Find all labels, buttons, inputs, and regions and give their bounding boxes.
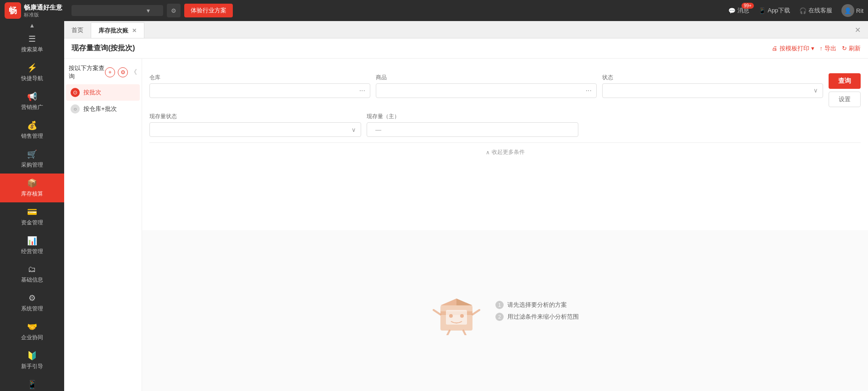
sidebar-item-label: 快捷导航 [21,75,43,82]
sidebar-item-marketing[interactable]: 📢 营销推广 [0,87,64,116]
sidebar-scroll-up[interactable]: ▲ [0,21,64,29]
inventory-status-field: 现存量状态 ∨ [149,113,361,137]
sidebar-item-basic[interactable]: 🗂 基础信息 [0,260,64,288]
app-center-icon: 📱 [27,380,37,390]
empty-illustration [431,285,482,337]
warehouse-more-icon: ··· [359,87,365,95]
inv-status-chevron-icon: ∨ [352,126,356,133]
svg-marker-1 [440,299,456,305]
status-select[interactable]: ∨ [602,83,823,98]
sidebar-item-app-center[interactable]: 📱 应用中心 [0,375,64,391]
scheme-collapse-btn[interactable]: 《 [131,68,137,76]
svg-point-5 [449,314,453,318]
refresh-btn[interactable]: ↻ 刷新 [842,44,861,53]
topbar-gear-btn[interactable]: ⚙ [167,4,181,17]
topbar-search-area[interactable]: ▾ [71,5,163,16]
sidebar-item-purchase[interactable]: 🛒 采购管理 [0,145,64,174]
main-layout: ▲ ☰ 搜索菜单 ⚡ 快捷导航 📢 营销推广 💰 销售管理 🛒 采购管理 📦 库… [0,21,868,391]
scheme-item-by-warehouse-batch[interactable]: ○ 按仓库+批次 [66,101,140,117]
sidebar-item-inventory[interactable]: 📦 库存核算 [0,174,64,202]
empty-tips: 1 请先选择要分析的方案 2 用过滤条件来缩小分析范围 [495,301,579,321]
sidebar-item-label: 企业协同 [21,334,43,342]
messages-btn[interactable]: 💬 消息 99+ [728,6,749,15]
tab-home[interactable]: 首页 [64,22,91,38]
svg-line-9 [447,331,450,335]
range-dash: — [375,126,381,133]
tab-bar-close-btn[interactable]: ✕ [855,25,861,34]
body-layout: 按以下方案查询 + ⚙ 《 ⊙ 按批次 [64,59,868,391]
sidebar-item-sales[interactable]: 💰 销售管理 [0,116,64,145]
app-download-btn[interactable]: 📱 App下载 [758,6,790,15]
guide-icon: 🔰 [27,351,37,361]
print-icon: 🖨 [772,45,778,52]
quick-nav-icon: ⚡ [27,63,37,73]
svg-line-7 [434,310,440,315]
content-area: 首页 库存批次账 ✕ ✕ 现存量查询(按批次) 🖨 按模板打印 ▾ [64,21,868,391]
sidebar-item-search-menu[interactable]: ☰ 搜索菜单 [0,29,64,58]
app-download-icon: 📱 [758,7,766,14]
export-icon: ↑ [820,45,823,52]
status-label: 状态 [602,74,823,81]
page-header-actions: 🖨 按模板打印 ▾ ↑ 导出 ↻ 刷新 [772,44,861,53]
page-header: 现存量查询(按批次) 🖨 按模板打印 ▾ ↑ 导出 ↻ 刷新 [64,38,868,59]
search-dropdown-btn[interactable]: ▾ [145,7,152,14]
inventory-status-label: 现存量状态 [149,113,361,120]
tip-1-text: 请先选择要分析的方案 [507,301,567,309]
settings-scheme-btn[interactable]: ⚙ [118,67,128,77]
query-actions: 查询 设置 [829,73,861,107]
status-chevron-icon: ∨ [813,87,818,94]
sales-icon: 💰 [27,120,37,130]
svg-marker-2 [456,299,472,305]
inventory-status-select[interactable]: ∨ [149,122,361,137]
svg-point-6 [460,314,464,318]
sidebar: ▲ ☰ 搜索菜单 ⚡ 快捷导航 📢 营销推广 💰 销售管理 🛒 采购管理 📦 库… [0,21,64,391]
inventory-amount-field: 现存量（主） — [367,113,578,137]
search-input[interactable] [76,7,145,14]
query-btn[interactable]: 查询 [829,73,861,89]
inventory-amount-range[interactable]: — [367,122,578,137]
sidebar-item-guide[interactable]: 🔰 新手引导 [0,346,64,375]
tab-close-btn[interactable]: ✕ [132,27,137,34]
sidebar-item-label: 营销推广 [21,103,43,111]
user-avatar-area[interactable]: 👤 Rit [841,4,863,17]
sidebar-item-finance[interactable]: 💳 资金管理 [0,202,64,231]
scheme-item-by-batch[interactable]: ⊙ 按批次 [66,84,140,101]
tab-bar: 首页 库存批次账 ✕ ✕ [64,21,868,38]
gear-icon: ⚙ [171,7,176,14]
operation-icon: 📊 [27,236,37,246]
collapse-more-btn[interactable]: ∧ 收起更多条件 [149,145,861,160]
warehouse-label: 仓库 [149,74,370,81]
sidebar-item-label: 新手引导 [21,363,43,370]
empty-box-svg [431,285,482,335]
sidebar-item-quick-nav[interactable]: ⚡ 快捷导航 [0,58,64,87]
template-print-btn[interactable]: 🖨 按模板打印 ▾ [772,44,814,53]
svg-line-8 [472,310,479,315]
product-input[interactable]: ··· [376,83,597,98]
online-service-btn[interactable]: 🎧 在线客服 [799,6,832,15]
product-field: 商品 ··· [376,74,597,98]
enterprise-icon: 🤝 [27,322,37,332]
query-row-1: 仓库 ··· 商品 ··· [149,64,861,107]
sidebar-item-system[interactable]: ⚙ 系统管理 [0,288,64,317]
sidebar-item-label: 销售管理 [21,132,43,140]
sidebar-item-operation[interactable]: 📊 经营管理 [0,231,64,260]
sidebar-item-enterprise[interactable]: 🤝 企业协同 [0,317,64,346]
warehouse-field: 仓库 ··· [149,74,370,98]
username: Rit [856,7,863,14]
scheme-panel: 按以下方案查询 + ⚙ 《 ⊙ 按批次 [64,59,142,391]
add-scheme-btn[interactable]: + [105,67,115,77]
collapse-icon: ∧ [486,149,490,156]
sidebar-item-label: 经营管理 [21,248,43,255]
product-more-icon: ··· [586,87,592,95]
tab-inventory-batch[interactable]: 库存批次账 ✕ [91,22,144,38]
empty-state: 1 请先选择要分析的方案 2 用过滤条件来缩小分析范围 [431,285,579,337]
trial-btn[interactable]: 体验行业方案 [184,4,233,17]
scheme-panel-title: 按以下方案查询 [69,64,105,81]
svg-line-10 [463,331,466,335]
export-btn[interactable]: ↑ 导出 [820,44,837,53]
settings-btn[interactable]: 设置 [829,92,861,107]
status-field: 状态 ∨ [602,74,823,98]
warehouse-input[interactable]: ··· [149,83,370,98]
marketing-icon: 📢 [27,92,37,102]
inventory-amount-label: 现存量（主） [367,113,578,120]
